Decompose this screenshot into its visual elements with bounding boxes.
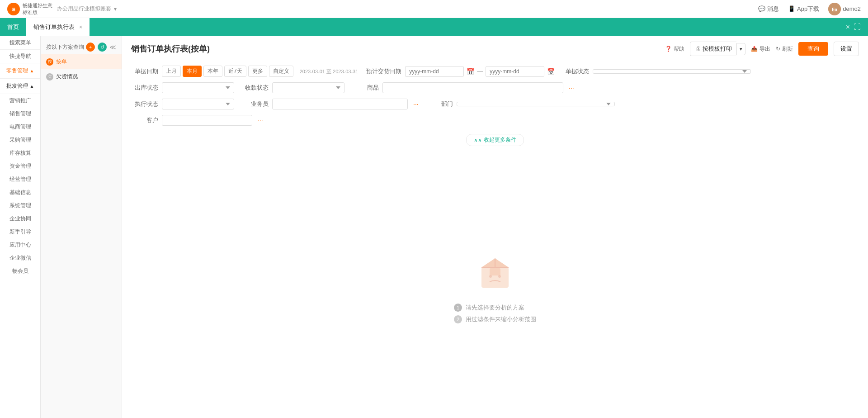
sidebar-item-newbie[interactable]: 新手引导	[0, 225, 40, 238]
sidebar-item-finance[interactable]: 资金管理	[0, 160, 40, 173]
tip-text-1: 请先选择要分析的方案	[466, 304, 524, 312]
customer-input[interactable]	[162, 115, 252, 126]
collapse-button[interactable]: ∧∧ 收起更多条件	[466, 134, 524, 146]
sidebar-item-enterprise[interactable]: 企业协同	[0, 212, 40, 225]
print-dropdown: 🖨 按模板打印 ▾	[690, 42, 745, 56]
date-btn-more[interactable]: 更多	[248, 66, 267, 77]
refresh-button[interactable]: ↻ 刷新	[776, 45, 793, 53]
filter-row-4: 客户 ···	[131, 115, 859, 126]
sidebar-item-inventory[interactable]: 库存核算	[0, 147, 40, 160]
calendar-end-icon[interactable]: 📅	[547, 68, 555, 75]
print-button[interactable]: 🖨 按模板打印	[690, 42, 736, 56]
right-content: 销售订单执行表(按单) ❓ 帮助 🖨 按模板打印 ▾ 📤	[122, 36, 868, 418]
breadcrumb-text: 办公用品行业模拟账套	[57, 5, 111, 13]
help-button[interactable]: ❓ 帮助	[665, 45, 684, 53]
salesman-input[interactable]	[272, 99, 408, 109]
tab-home[interactable]: 首页	[0, 18, 26, 36]
date-btn-7days[interactable]: 近7天	[224, 66, 246, 77]
salesman-dots-icon[interactable]: ···	[413, 100, 419, 108]
sidebar-item-wholesale[interactable]: 批发管理 ▲	[0, 79, 40, 94]
filter-row-2: 出库状态 收款状态 商品 ···	[131, 82, 859, 93]
refresh-plan-button[interactable]: ↺	[98, 43, 107, 52]
help-label: 帮助	[674, 45, 684, 53]
date-btn-this-month[interactable]: 本月	[183, 66, 202, 77]
tab-active[interactable]: 销售订单执行表 ×	[26, 18, 90, 36]
sidebar-item-purchase[interactable]: 采购管理	[0, 133, 40, 147]
logo-icon: 通	[7, 3, 20, 15]
sidebar-item-operation[interactable]: 经营管理	[0, 173, 40, 186]
export-button[interactable]: 📤 导出	[751, 45, 770, 53]
tab-bar: 首页 销售订单执行表 × × ⛶	[0, 18, 868, 36]
sidebar-item-basic[interactable]: 基础信息	[0, 186, 40, 199]
filter-collect-status-field: 收款状态	[241, 82, 344, 93]
out-status-select[interactable]	[162, 82, 234, 93]
dept-select[interactable]	[457, 102, 615, 106]
sidebar-search-label[interactable]: 搜索菜单	[0, 36, 40, 49]
date-btn-custom[interactable]: 自定义	[269, 66, 293, 77]
sidebar-item-wechat[interactable]: 企业微信	[0, 252, 40, 265]
sidebar-item-member[interactable]: 畅会员	[0, 265, 40, 278]
message-nav-item[interactable]: 💬 消息	[758, 5, 779, 13]
print-icon: 🖨	[695, 45, 701, 52]
collapse-panel-button[interactable]: ≪	[109, 43, 116, 51]
date-separator: —	[477, 68, 483, 75]
sidebar-item-sales[interactable]: 销售管理	[0, 107, 40, 120]
empty-state: 1 请先选择要分析的方案 2 用过滤条件来缩小分析范围	[122, 154, 868, 418]
dept-label: 部门	[426, 100, 453, 108]
logo-text: 畅捷通好生意 标准版	[23, 2, 52, 15]
collect-status-select[interactable]	[272, 82, 344, 93]
page-header: 销售订单执行表(按单) ❓ 帮助 🖨 按模板打印 ▾ 📤	[122, 36, 868, 60]
filter-row-1: 单据日期 上月 本月 本年 近7天 更多 自定义 2023-03-01 至 20…	[131, 66, 859, 77]
page-title: 销售订单执行表(按单)	[131, 43, 210, 54]
user-profile[interactable]: Ea demo2	[828, 3, 861, 15]
plan-label-single: 按单	[56, 58, 67, 66]
filter-date-field: 单据日期 上月 本月 本年 近7天 更多 自定义 2023-03-01 至 20…	[131, 66, 358, 77]
goods-input[interactable]	[382, 82, 563, 93]
sidebar-item-ecommerce[interactable]: 电商管理	[0, 120, 40, 133]
sidebar-item-system[interactable]: 系统管理	[0, 199, 40, 212]
maximize-icon[interactable]: ⛶	[854, 23, 861, 31]
query-button[interactable]: 查询	[798, 42, 828, 56]
print-arrow-button[interactable]: ▾	[736, 43, 745, 55]
sidebar-search-section: 搜索菜单	[0, 36, 40, 50]
expected-date-end[interactable]	[486, 66, 544, 77]
add-plan-button[interactable]: +	[86, 43, 95, 52]
sidebar: 搜索菜单 快捷导航 零售管理 ▲ 批发管理 ▲ 营销推广 销售管理 电商管理 采…	[0, 36, 41, 418]
content-area: 按以下方案查询 + ↺ ≪ 按 按单 欠 欠货情况 销售订单执行表(按单)	[41, 36, 868, 418]
status-select[interactable]	[593, 69, 751, 74]
sidebar-wholesale-chevron: ▲	[30, 84, 34, 89]
date-range-buttons: 上月 本月 本年 近7天 更多 自定义	[162, 66, 293, 77]
app-download-nav-item[interactable]: 📱 App下载	[788, 5, 819, 13]
calendar-start-icon[interactable]: 📅	[467, 68, 474, 75]
breadcrumb-dropdown[interactable]: ▾	[114, 6, 117, 12]
settings-button[interactable]: 设置	[834, 42, 859, 56]
status-label: 单据状态	[562, 67, 589, 76]
tab-close-icon[interactable]: ×	[79, 24, 82, 30]
tip-num-1: 1	[454, 304, 462, 312]
plan-item-shortage[interactable]: 欠 欠货情况	[41, 69, 122, 84]
sidebar-item-marketing[interactable]: 营销推广	[0, 94, 40, 107]
tab-active-label: 销售订单执行表	[33, 23, 75, 31]
collapse-label: 收起更多条件	[484, 136, 516, 144]
sidebar-item-retail[interactable]: 零售管理 ▲	[0, 63, 40, 78]
minimize-icon[interactable]: ×	[846, 23, 850, 31]
sidebar-item-appcenter[interactable]: 应用中心	[0, 238, 40, 252]
filter-customer-field: 客户 ···	[131, 115, 263, 126]
date-btn-last-month[interactable]: 上月	[162, 66, 181, 77]
avatar: Ea	[828, 3, 841, 15]
expected-date-start[interactable]	[405, 66, 464, 77]
exec-status-select[interactable]	[162, 99, 234, 109]
help-icon: ❓	[665, 46, 672, 52]
sidebar-section-wholesale: 批发管理 ▲	[0, 79, 40, 94]
sidebar-quick-nav-label[interactable]: 快捷导航	[0, 50, 40, 63]
export-label: 导出	[760, 45, 770, 53]
sidebar-retail-chevron: ▲	[30, 68, 34, 73]
customer-dots-icon[interactable]: ···	[258, 117, 263, 124]
filter-out-status-field: 出库状态	[131, 82, 234, 93]
goods-dots-icon[interactable]: ···	[569, 84, 574, 91]
empty-tips: 1 请先选择要分析的方案 2 用过滤条件来缩小分析范围	[454, 304, 536, 323]
date-btn-this-year[interactable]: 本年	[203, 66, 222, 77]
app-download-label: App下载	[797, 5, 819, 13]
collapse-row: ∧∧ 收起更多条件	[131, 131, 859, 149]
plan-item-single[interactable]: 按 按单	[41, 54, 122, 69]
